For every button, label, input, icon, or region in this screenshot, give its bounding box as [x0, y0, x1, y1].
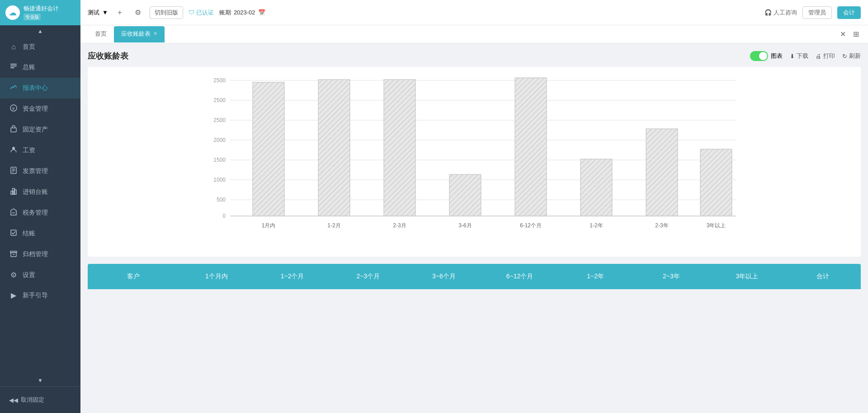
stock-icon — [9, 188, 18, 197]
svg-text:0: 0 — [222, 213, 226, 219]
settings-btn[interactable]: ⚙ — [132, 6, 144, 19]
bar-1-2月 — [318, 80, 350, 216]
period-selector[interactable]: 账期 2023-02 📅 — [219, 9, 265, 17]
svg-text:3年以上: 3年以上 — [707, 222, 726, 229]
cancel-fixed-btn[interactable]: ◀◀ 取消固定 — [0, 391, 80, 408]
bar-1月内 — [253, 82, 284, 216]
sidebar-label-assets: 固定资产 — [23, 126, 48, 134]
svg-point-6 — [12, 147, 15, 150]
tab-aging[interactable]: 应收账龄表 ✕ — [114, 26, 165, 42]
bar-1-2年 — [580, 159, 612, 216]
refresh-btn[interactable]: ↻ 刷新 — [842, 52, 861, 60]
sidebar-label-capital: 资金管理 — [23, 105, 48, 113]
report-title: 应收账龄表 — [88, 51, 128, 61]
scroll-down-arrow[interactable]: ▼ — [34, 376, 47, 385]
col-2-3year: 2~3年 — [633, 272, 709, 281]
sidebar-item-closing[interactable]: 结账 — [0, 223, 80, 244]
col-1month: 1个月内 — [179, 272, 255, 281]
logo-icon: ☁ — [5, 5, 20, 20]
sidebar-bottom: ◀◀ 取消固定 — [0, 386, 80, 413]
sidebar-label-archive: 归档管理 — [23, 250, 48, 258]
svg-text:2500: 2500 — [213, 117, 226, 123]
col-customer: 客户 — [88, 272, 179, 281]
sidebar-label-tax: 税务管理 — [23, 209, 48, 217]
svg-text:6-12个月: 6-12个月 — [520, 222, 542, 229]
company-dropdown-icon: ▼ — [102, 9, 108, 16]
logo-name: 畅捷通好会计 — [24, 5, 59, 13]
col-3-6month: 3~6个月 — [406, 272, 482, 281]
cancel-fixed-label: 取消固定 — [21, 396, 44, 404]
bar-2-3年 — [646, 129, 678, 216]
tab-close-icon[interactable]: ✕ — [153, 31, 157, 37]
svg-text:1-2年: 1-2年 — [590, 222, 603, 229]
chart-toggle-label: 图表 — [771, 52, 783, 60]
sidebar-item-settings[interactable]: ⚙ 设置 — [0, 265, 80, 285]
scroll-down-area: ▼ — [0, 375, 80, 386]
invoice-icon — [9, 167, 18, 176]
consulting-btn[interactable]: 🎧 人工咨询 — [764, 9, 797, 17]
chart-toggle-wrap: 图表 — [750, 51, 783, 61]
report-actions: 图表 ⬇ 下载 🖨 打印 ↻ 刷新 — [750, 51, 861, 61]
sidebar-item-salary[interactable]: 工资 — [0, 140, 80, 161]
sidebar-item-home[interactable]: ⌂ 首页 — [0, 37, 80, 57]
sidebar-item-tax[interactable]: 税务管理 — [0, 202, 80, 223]
bar-3年以上 — [700, 149, 732, 216]
sidebar-item-invoice[interactable]: 发票管理 — [0, 161, 80, 182]
sidebar-item-ledger[interactable]: 总账 — [0, 57, 80, 78]
svg-rect-1 — [10, 66, 17, 66]
tab-maximize-icon[interactable]: ⊞ — [851, 28, 861, 40]
accountant-btn[interactable]: 会计 — [837, 6, 861, 19]
svg-rect-15 — [11, 230, 16, 235]
archive-icon — [9, 250, 18, 259]
sidebar-item-archive[interactable]: 归档管理 — [0, 244, 80, 265]
print-btn[interactable]: 🖨 打印 — [816, 52, 835, 60]
bar-2-3月 — [384, 80, 415, 216]
topbar: 测试 ▼ + ⚙ 切到旧版 🛡 已认证 账期 2023-02 📅 🎧 人工咨询 … — [80, 0, 868, 25]
svg-rect-13 — [13, 188, 15, 194]
svg-text:2500: 2500 — [213, 97, 226, 103]
capital-icon: ¥ — [9, 104, 18, 113]
reports-icon — [9, 84, 18, 93]
certified-label: 已认证 — [196, 9, 214, 17]
content-tabs: 首页 应收账龄表 ✕ ✕ ⊞ — [80, 25, 868, 43]
consulting-label: 人工咨询 — [774, 9, 797, 17]
bar-3-6月 — [449, 174, 481, 216]
company-selector[interactable]: 测试 ▼ — [88, 9, 108, 17]
chart-toggle[interactable] — [750, 51, 768, 61]
tab-close-window-icon[interactable]: ✕ — [838, 28, 848, 40]
col-3year-plus: 3年以上 — [709, 272, 785, 281]
svg-text:3-6月: 3-6月 — [458, 222, 472, 229]
svg-text:¥: ¥ — [12, 106, 15, 111]
sidebar-label-guide: 新手引导 — [23, 291, 48, 300]
sidebar-item-stock[interactable]: 进销台账 — [0, 182, 80, 202]
period-value: 2023-02 — [234, 9, 255, 16]
tab-aging-label: 应收账龄表 — [121, 30, 151, 38]
calendar-icon: 📅 — [258, 9, 265, 16]
chart-svg: 0 500 1000 1500 2000 2500 2500 2500 — [97, 76, 852, 243]
svg-text:1500: 1500 — [213, 157, 226, 163]
sidebar-label-home: 首页 — [23, 43, 35, 51]
switch-old-btn[interactable]: 切到旧版 — [150, 6, 183, 19]
guide-icon: ▶ — [9, 291, 18, 300]
tab-home[interactable]: 首页 — [88, 26, 114, 42]
salary-icon — [9, 146, 18, 155]
print-icon: 🖨 — [816, 53, 821, 60]
manager-btn[interactable]: 管理员 — [802, 6, 832, 19]
sidebar-label-closing: 结账 — [23, 230, 35, 238]
svg-text:1月内: 1月内 — [262, 222, 276, 229]
sidebar-label-ledger: 总账 — [23, 63, 35, 71]
headset-icon: 🎧 — [764, 9, 772, 16]
report-header: 应收账龄表 图表 ⬇ 下载 🖨 打印 ↻ 刷新 — [88, 51, 861, 61]
download-btn[interactable]: ⬇ 下载 — [790, 52, 808, 60]
page-content: 应收账龄表 图表 ⬇ 下载 🖨 打印 ↻ 刷新 — [80, 43, 868, 413]
add-company-btn[interactable]: + — [113, 6, 126, 19]
scroll-up-arrow[interactable]: ▲ — [34, 27, 47, 35]
sidebar-item-reports[interactable]: 报表中心 — [0, 78, 80, 99]
tax-icon — [9, 208, 18, 217]
sidebar-logo: ☁ 畅捷通好会计 专业版 — [0, 0, 80, 25]
sidebar-item-guide[interactable]: ▶ 新手引导 — [0, 285, 80, 305]
home-icon: ⌂ — [9, 43, 18, 51]
sidebar: ☁ 畅捷通好会计 专业版 ▲ ⌂ 首页 总账 报表中心 ¥ — [0, 0, 80, 413]
sidebar-item-assets[interactable]: 固定资产 — [0, 119, 80, 140]
sidebar-item-capital[interactable]: ¥ 资金管理 — [0, 99, 80, 119]
